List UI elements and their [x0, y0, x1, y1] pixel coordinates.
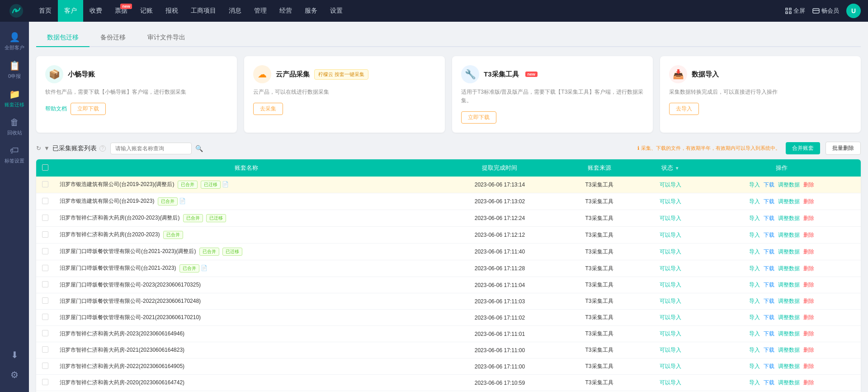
select-all-checkbox[interactable]	[42, 164, 48, 171]
download-action[interactable]: 下载	[764, 215, 774, 221]
download-action[interactable]: 下载	[764, 314, 774, 320]
row-checkbox[interactable]	[42, 281, 48, 287]
import-action[interactable]: 导入	[749, 232, 760, 238]
adjust-action[interactable]: 调整数据	[778, 198, 800, 205]
nav-invoice[interactable]: 票据 new	[108, 0, 134, 22]
help-icon[interactable]: ?	[99, 145, 106, 152]
cloud-collect-button[interactable]: 去采集	[253, 103, 283, 115]
adjust-action[interactable]: 调整数据	[778, 282, 800, 288]
status-sort-icon[interactable]: ▼	[675, 166, 679, 171]
cloud-promo-badge[interactable]: 柠檬云 按套一键采集	[314, 69, 368, 80]
nav-business[interactable]: 工商项目	[184, 0, 222, 22]
tab-audit-export[interactable]: 审计文件导出	[137, 29, 196, 47]
merge-accounts-button[interactable]: 合并账套	[786, 142, 820, 154]
row-checkbox[interactable]	[42, 198, 48, 204]
download-action[interactable]: 下载	[764, 282, 774, 288]
sidebar-item-trash[interactable]: 🗑 回收站	[0, 113, 29, 141]
download-action[interactable]: 下载	[764, 182, 774, 188]
import-action[interactable]: 导入	[749, 347, 760, 353]
delete-action[interactable]: 删除	[803, 182, 814, 188]
tab-data-migration[interactable]: 数据包迁移	[36, 29, 90, 47]
import-action[interactable]: 导入	[749, 282, 760, 288]
adjust-action[interactable]: 调整数据	[778, 265, 800, 272]
download-action[interactable]: 下载	[764, 265, 774, 272]
user-avatar[interactable]: U	[846, 4, 861, 18]
search-input[interactable]	[110, 143, 192, 154]
download-action[interactable]: 下载	[764, 232, 774, 238]
delete-action[interactable]: 删除	[803, 330, 814, 337]
adjust-action[interactable]: 调整数据	[778, 314, 800, 320]
app-logo[interactable]	[7, 2, 25, 20]
row-checkbox[interactable]	[42, 330, 48, 336]
delete-action[interactable]: 删除	[803, 314, 814, 320]
nav-operation[interactable]: 经营	[273, 0, 298, 22]
adjust-action[interactable]: 调整数据	[778, 249, 800, 255]
sidebar-item-zero-report[interactable]: 📋 0申报	[0, 56, 29, 84]
nav-home[interactable]: 首页	[33, 0, 58, 22]
row-checkbox[interactable]	[42, 346, 48, 353]
sidebar-item-download[interactable]: ⬇	[0, 345, 29, 365]
nav-customer[interactable]: 客户	[58, 0, 83, 22]
sidebar-item-settings[interactable]: ⚙	[0, 365, 29, 385]
adjust-action[interactable]: 调整数据	[778, 363, 800, 369]
member-button[interactable]: 畅会员	[812, 7, 839, 15]
row-checkbox[interactable]	[42, 363, 48, 369]
import-action[interactable]: 导入	[749, 198, 760, 205]
adjust-action[interactable]: 调整数据	[778, 232, 800, 238]
tab-backup-migration[interactable]: 备份迁移	[90, 29, 137, 47]
row-checkbox[interactable]	[42, 248, 48, 254]
row-checkbox[interactable]	[42, 297, 48, 304]
import-action[interactable]: 导入	[749, 379, 760, 386]
download-action[interactable]: 下载	[764, 347, 774, 353]
row-checkbox[interactable]	[42, 231, 48, 238]
collapse-icon[interactable]: ▼	[44, 145, 50, 152]
delete-action[interactable]: 删除	[803, 298, 814, 304]
t3-download-button[interactable]: 立即下载	[461, 111, 496, 124]
adjust-action[interactable]: 调整数据	[778, 379, 800, 386]
row-checkbox[interactable]	[42, 265, 48, 271]
import-action[interactable]: 导入	[749, 330, 760, 337]
download-action[interactable]: 下载	[764, 379, 774, 386]
import-action[interactable]: 导入	[749, 265, 760, 272]
nav-charge[interactable]: 收费	[83, 0, 108, 22]
import-action[interactable]: 导入	[749, 182, 760, 188]
delete-action[interactable]: 删除	[803, 232, 814, 238]
nav-bookkeeping[interactable]: 记账	[134, 0, 159, 22]
sidebar-item-tags[interactable]: 🏷 标签设置	[0, 141, 29, 169]
delete-action[interactable]: 删除	[803, 363, 814, 369]
delete-action[interactable]: 删除	[803, 379, 814, 386]
download-action[interactable]: 下载	[764, 330, 774, 337]
row-checkbox[interactable]	[42, 379, 48, 385]
adjust-action[interactable]: 调整数据	[778, 330, 800, 337]
adjust-action[interactable]: 调整数据	[778, 215, 800, 221]
delete-action[interactable]: 删除	[803, 347, 814, 353]
nav-tax[interactable]: 报税	[159, 0, 184, 22]
import-action[interactable]: 导入	[749, 363, 760, 369]
xiaochang-download-button[interactable]: 立即下载	[71, 103, 106, 115]
adjust-action[interactable]: 调整数据	[778, 298, 800, 304]
row-checkbox[interactable]	[42, 181, 48, 187]
nav-service[interactable]: 服务	[298, 0, 324, 22]
download-action[interactable]: 下载	[764, 363, 774, 369]
download-action[interactable]: 下载	[764, 198, 774, 205]
import-action[interactable]: 导入	[749, 298, 760, 304]
nav-message[interactable]: 消息	[222, 0, 248, 22]
import-goto-button[interactable]: 去导入	[669, 103, 699, 115]
download-action[interactable]: 下载	[764, 298, 774, 304]
delete-action[interactable]: 删除	[803, 198, 814, 205]
adjust-action[interactable]: 调整数据	[778, 347, 800, 353]
delete-action[interactable]: 删除	[803, 215, 814, 221]
fullscreen-button[interactable]: 全屏	[785, 7, 805, 15]
row-checkbox[interactable]	[42, 215, 48, 221]
refresh-icon[interactable]: ↻	[36, 145, 41, 152]
batch-delete-button[interactable]: 批量删除	[826, 142, 861, 155]
search-button[interactable]: 🔍	[195, 145, 203, 152]
row-checkbox[interactable]	[42, 314, 48, 320]
download-action[interactable]: 下载	[764, 249, 774, 255]
nav-manage[interactable]: 管理	[248, 0, 273, 22]
delete-action[interactable]: 删除	[803, 249, 814, 255]
delete-action[interactable]: 删除	[803, 282, 814, 288]
xiaochang-help-link[interactable]: 帮助文档	[45, 105, 67, 113]
delete-action[interactable]: 删除	[803, 265, 814, 272]
nav-settings[interactable]: 设置	[324, 0, 349, 22]
